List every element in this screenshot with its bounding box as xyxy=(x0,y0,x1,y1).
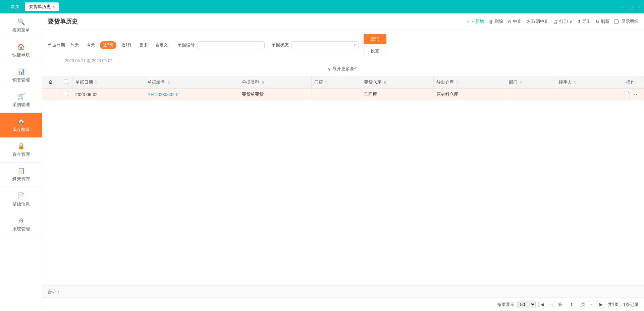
sort-icon-doc-no[interactable]: ⇅ xyxy=(167,81,170,84)
sidebar-item-basic-info[interactable]: 📄 基础信息 xyxy=(0,187,42,212)
sort-icon-doc-date[interactable]: ⇅ xyxy=(95,81,98,84)
sidebar-item-inventory[interactable]: 🏠 库存核算 xyxy=(0,113,42,138)
show-detail-checkbox[interactable] xyxy=(614,19,619,24)
date-btn-more[interactable]: 更多 xyxy=(137,41,151,49)
cell-doc-type: 要货单要货 xyxy=(239,89,312,100)
col-handler: 经手人 ⇅ xyxy=(556,76,617,89)
doc-no-link[interactable]: YH-20230602-0 xyxy=(148,92,178,97)
sidebar-item-finance-mgmt[interactable]: 🔒 资金管理 xyxy=(0,138,42,163)
quick-nav-icon: 🏠 xyxy=(17,43,25,50)
cancel-stop-button[interactable]: ⊘ 取消中止 xyxy=(526,18,549,25)
col-store: 门店 ⇅ xyxy=(311,76,361,89)
top-bar: 首页 要货单历史 × — □ × xyxy=(0,0,644,13)
col-checkbox xyxy=(59,76,72,89)
print-button[interactable]: 🖨 打印 ∨ xyxy=(553,18,573,25)
sort-icon-req-warehouse[interactable]: ⇅ xyxy=(384,81,386,84)
basic-info-icon: 📄 xyxy=(17,192,25,199)
sidebar-item-quick-nav[interactable]: 🏠 快捷导航 xyxy=(0,38,42,63)
status-label: 单据状态 xyxy=(271,42,289,48)
tab-active[interactable]: 要货单历史 × xyxy=(25,2,59,11)
table-body: 2023-06-02 YH-20230602-0 要货单要货 车间库 原材料仓库 xyxy=(42,89,644,100)
next-page-button[interactable]: › xyxy=(588,301,594,308)
system-icon: ⚙ xyxy=(18,217,24,224)
print-dropdown-icon[interactable]: ∨ xyxy=(569,19,573,24)
cell-req-warehouse: 车间库 xyxy=(361,89,434,100)
maximize-icon[interactable]: □ xyxy=(630,4,633,9)
sidebar-item-system-mgmt[interactable]: ⚙ 系统管理 xyxy=(0,212,42,237)
stop-icon: ⊘ xyxy=(508,19,512,24)
pagination: 每页显示 50 100 200 ◀ ‹ 第 页 › ▶ 共1页，1条记录 xyxy=(42,298,644,311)
table-header: ⚙ 单据日期 ⇅ 单据编号 ⇅ xyxy=(42,76,644,89)
date-btn-7days[interactable]: 近7天 xyxy=(100,41,116,49)
delete-button[interactable]: 🗑 删除 xyxy=(489,18,503,25)
window-close-icon[interactable]: × xyxy=(638,4,641,9)
cancel-stop-icon: ⊘ xyxy=(526,19,530,24)
sort-icon-doc-type[interactable]: ⇅ xyxy=(262,81,264,84)
main-layout: 🔍 搜索菜单 🏠 快捷导航 📊 销售管理 🛒 采购管理 🏠 库存核算 🔒 资金管… xyxy=(0,13,644,311)
data-table: ⚙ 单据日期 ⇅ 单据编号 ⇅ xyxy=(42,76,644,100)
search-menu-icon: 🔍 xyxy=(17,18,25,26)
doc-no-input[interactable] xyxy=(198,41,265,49)
sidebar-item-label: 系统管理 xyxy=(12,226,30,232)
col-doc-date: 单据日期 ⇅ xyxy=(72,76,145,89)
filter-buttons: 查询 设置 xyxy=(364,34,386,56)
row-select-checkbox[interactable] xyxy=(64,92,68,96)
sidebar-item-operations-mgmt[interactable]: 📋 经营管理 xyxy=(0,163,42,187)
cell-doc-no: YH-20230602-0 xyxy=(145,89,239,100)
expand-more-btn[interactable]: ∨ 展开更多条件 xyxy=(48,66,639,72)
date-range-buttons: 昨天 今天 近7天 近1月 更多 自定义 xyxy=(68,41,171,49)
sort-icon-pending-warehouse[interactable]: ⇅ xyxy=(456,81,459,84)
stop-button[interactable]: ⊘ 中止 xyxy=(508,18,522,25)
table-row: 2023-06-02 YH-20230602-0 要货单要货 车间库 原材料仓库 xyxy=(42,89,644,100)
filter-doc-no: 单据编号 xyxy=(177,41,265,49)
query-button[interactable]: 查询 xyxy=(364,34,386,44)
date-btn-custom[interactable]: 自定义 xyxy=(153,41,171,49)
minimize-icon[interactable]: — xyxy=(621,4,625,9)
sidebar-item-purchase-mgmt[interactable]: 🛒 采购管理 xyxy=(0,88,42,113)
operations-icon: 📋 xyxy=(17,167,25,175)
per-page-select[interactable]: 50 100 200 xyxy=(517,301,536,308)
page-input[interactable] xyxy=(565,301,578,308)
tab-home[interactable]: 首页 xyxy=(7,2,23,11)
status-select[interactable] xyxy=(291,41,359,49)
tab-bar: 首页 要货单历史 × xyxy=(7,2,59,11)
select-all-checkbox[interactable] xyxy=(64,80,68,84)
page-title: 要货单历史 xyxy=(48,17,78,26)
cell-handler xyxy=(556,89,617,100)
window-controls: — □ × xyxy=(621,4,641,9)
sidebar-item-sales-mgmt[interactable]: 📊 销售管理 xyxy=(0,63,42,88)
page-prefix-label: 第 xyxy=(558,302,562,308)
gear-icon[interactable]: ⚙ xyxy=(48,79,53,85)
table-container: ⚙ 单据日期 ⇅ 单据编号 ⇅ xyxy=(42,76,644,285)
close-tab-icon[interactable]: × xyxy=(53,5,55,9)
export-button[interactable]: ⬆ 导出 xyxy=(577,18,591,25)
sort-icon-handler[interactable]: ⇅ xyxy=(574,81,577,84)
date-btn-1month[interactable]: 近1月 xyxy=(118,41,135,49)
refresh-icon: ↻ xyxy=(596,19,599,24)
sidebar-item-label: 库存核算 xyxy=(12,127,30,133)
filter-status: 单据状态 ▾ xyxy=(271,41,357,49)
doc-no-label: 单据编号 xyxy=(177,42,195,48)
date-btn-yesterday[interactable]: 昨天 xyxy=(68,41,82,49)
show-detail-toggle[interactable]: 显示明细 xyxy=(614,18,639,25)
last-page-button[interactable]: ▶ xyxy=(597,301,605,308)
new-button[interactable]: ＋ + 新增 xyxy=(466,18,484,25)
date-btn-today[interactable]: 今天 xyxy=(84,41,98,49)
export-icon: ⬆ xyxy=(577,19,581,24)
settings-button[interactable]: 设置 xyxy=(364,46,386,56)
refresh-button[interactable]: ↻ 刷新 xyxy=(596,18,609,25)
view-action-icon[interactable]: 📄 xyxy=(624,91,630,97)
first-page-button[interactable]: ◀ xyxy=(538,301,546,308)
sidebar-item-label: 销售管理 xyxy=(12,77,30,83)
edit-action-icon[interactable]: ⋯ xyxy=(632,91,637,97)
sidebar-item-label: 搜索菜单 xyxy=(12,27,30,33)
sort-icon-store[interactable]: ⇅ xyxy=(325,81,328,84)
col-req-warehouse: 要货仓库 ⇅ xyxy=(361,76,434,89)
sidebar-item-label: 资金管理 xyxy=(12,151,30,158)
col-settings[interactable]: ⚙ xyxy=(42,76,59,89)
prev-page-button[interactable]: ‹ xyxy=(549,301,555,308)
sidebar-item-search-menu[interactable]: 🔍 搜索菜单 xyxy=(0,13,42,38)
sort-icon-department[interactable]: ⇅ xyxy=(520,81,523,84)
cell-action: 📄 ⋯ xyxy=(617,89,644,100)
print-icon: 🖨 xyxy=(553,19,558,24)
